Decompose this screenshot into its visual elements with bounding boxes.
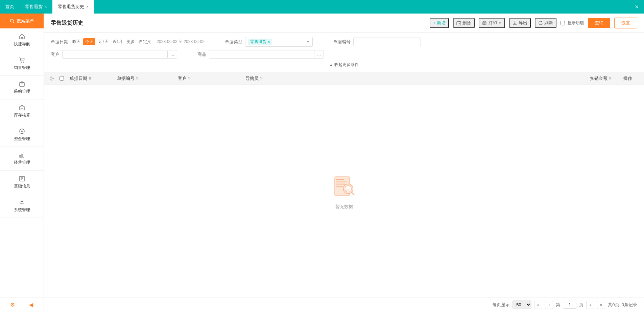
tab-retail-return-history-label: 零售退货历史 [58,4,84,10]
collapse-row: ▲ 收起更多条件 [51,62,637,68]
sidebar-item-system[interactable]: 系统管理 [0,194,44,218]
bill-type-tag-close[interactable]: × [268,40,270,44]
date-btn-custom[interactable]: 自定义 [138,38,152,45]
th-amount[interactable]: 实销金额 ⇅ [293,75,614,82]
page-size-select[interactable]: 50 20 100 [512,300,531,309]
collapse-label: 收起更多条件 [334,62,359,68]
refresh-button[interactable]: 刷新 [535,18,556,28]
window-close-button[interactable]: × [629,3,644,10]
system-icon [19,199,25,206]
goods-label: 商品 [197,51,206,58]
tab-retail-return-history[interactable]: 零售退货历史 × [52,0,94,14]
next-page-btn[interactable]: › [586,301,594,309]
collapse-icon: ▲ [329,63,333,67]
show-detail-checkbox-label[interactable]: 显示明细 [560,20,584,26]
date-btn-1month[interactable]: 近1月 [111,38,124,45]
cart-icon [19,57,25,64]
goods-input[interactable] [209,50,314,58]
sidebar-item-sales[interactable]: 销售管理 [0,52,44,76]
table-area: 单据日期 ⇅ 单据编号 ⇅ 客户 ⇅ 导购员 ⇅ 实销金额 ⇅ [44,72,644,312]
sidebar-item-quick-nav[interactable]: 快捷导航 [0,28,44,52]
warehouse-icon [19,104,25,111]
print-button[interactable]: 打印 ▼ [479,18,505,28]
total-text: 共0页, 0条记录 [608,302,637,308]
th-date-sort: ⇅ [89,76,91,80]
th-bill-no[interactable]: 单据编号 ⇅ [114,75,175,82]
date-btn-more[interactable]: 更多 [125,38,136,45]
sidebar-item-operation[interactable]: 经营管理 [0,147,44,171]
sidebar-item-finance[interactable]: 资金管理 [0,123,44,147]
show-detail-checkbox[interactable] [560,21,565,25]
page-header: 零售退货历史 + 新增 删除 打印 ▼ 导出 [44,14,644,33]
date-filter-label: 单据日期 [51,39,68,45]
collapse-button[interactable]: ▲ 收起更多条件 [329,62,359,68]
search-icon [10,19,15,23]
bill-type-arrow: ▼ [306,40,310,44]
th-settings[interactable] [47,76,57,81]
date-buttons: 昨天 今天 近7天 近1月 更多 自定义 [71,38,152,45]
new-button[interactable]: + 新增 [430,18,449,28]
bill-no-input[interactable] [353,38,421,46]
svg-point-2 [21,62,22,63]
date-btn-today[interactable]: 今天 [83,38,95,45]
customer-input[interactable] [63,50,167,58]
empty-illustration [327,173,361,200]
settings-button[interactable]: 设置 [614,18,637,28]
sidebar-item-quick-nav-label: 快捷导航 [14,41,30,47]
delete-button[interactable]: 删除 [453,18,475,28]
empty-text: 暂无数据 [335,204,353,210]
date-btn-7days[interactable]: 近7天 [97,38,110,45]
bill-type-filter: 单据类型 零售退货 × ▼ [225,37,313,47]
th-guide-sort: ⇅ [260,76,263,80]
th-ops: 操作 [614,75,641,82]
last-page-btn[interactable]: » [597,301,605,309]
tab-retail-return-history-close[interactable]: × [86,4,89,9]
settings-bottom-btn[interactable]: ⚙ [7,299,18,310]
customer-ellipsis[interactable]: ... [167,50,177,58]
chart-icon [19,152,25,158]
page-label-prefix: 第 [556,302,560,308]
sidebar-search[interactable]: 搜索菜单 [0,14,44,28]
tab-retail-return[interactable]: 零售退货 × [20,0,52,14]
th-date-label: 单据日期 [70,75,87,82]
svg-point-16 [21,201,23,203]
sidebar-search-label: 搜索菜单 [17,18,34,24]
toggle-sidebar-btn[interactable]: ◀ [26,299,37,310]
sidebar-item-basic-info[interactable]: 基础信息 [0,171,44,194]
th-bill-no-sort: ⇅ [136,76,139,80]
table-body: 暂无数据 [44,85,644,297]
th-guide[interactable]: 导购员 ⇅ [243,75,293,82]
tab-retail-return-close[interactable]: × [45,4,47,9]
th-amount-sort: ⇅ [609,76,612,80]
bill-type-select[interactable]: 零售退货 × ▼ [245,37,313,47]
th-ops-label: 操作 [623,75,632,82]
th-date[interactable]: 单据日期 ⇅ [67,75,114,82]
main-layout: 搜索菜单 快捷导航 销售管理 采购管理 [0,14,644,312]
export-button[interactable]: 导出 [509,18,531,28]
filter-row-1: 单据日期 昨天 今天 近7天 近1月 更多 自定义 2023-06-02 至 2… [51,37,637,47]
sidebar-item-operation-label: 经营管理 [14,160,30,165]
bill-no-label: 单据编号 [333,39,351,45]
select-all-checkbox[interactable] [59,76,64,81]
goods-ellipsis[interactable]: ... [314,50,324,58]
print-button-label: 打印 [488,20,497,26]
svg-point-19 [51,78,52,79]
content-area: 零售退货历史 + 新增 删除 打印 ▼ 导出 [44,14,644,312]
date-btn-yesterday[interactable]: 昨天 [71,38,82,45]
sidebar-nav: 快捷导航 销售管理 采购管理 库存核算 [0,28,44,297]
svg-rect-23 [336,183,345,184]
th-checkbox[interactable] [57,76,67,81]
svg-line-1 [13,22,14,23]
th-customer[interactable]: 客户 ⇅ [175,75,243,82]
tab-home[interactable]: 首页 [0,0,20,14]
th-customer-label: 客户 [178,75,187,82]
show-detail-label-text: 显示明细 [568,20,584,26]
sidebar-item-purchase[interactable]: 采购管理 [0,76,44,99]
th-amount-label: 实销金额 [590,75,607,82]
first-page-btn[interactable]: « [534,301,542,309]
page-number-input[interactable] [563,301,576,309]
query-button[interactable]: 查询 [588,18,610,28]
prev-page-btn[interactable]: ‹ [545,301,553,309]
sidebar-item-inventory[interactable]: 库存核算 [0,99,44,123]
customer-filter: 客户 ... [51,50,177,59]
